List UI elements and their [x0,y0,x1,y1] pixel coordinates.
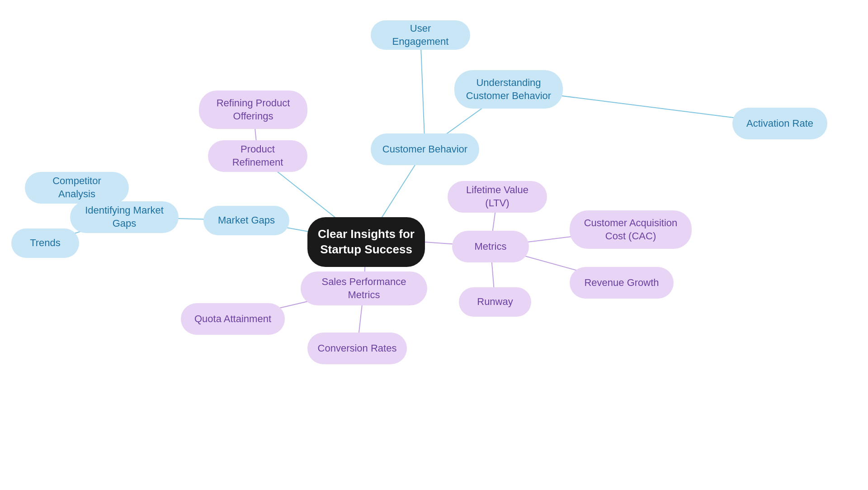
node-competitor-analysis: Competitor Analysis [25,172,129,204]
node-user-engagement: User Engagement [371,20,470,50]
node-market-gaps: Market Gaps [203,206,289,235]
node-quota-attainment: Quota Attainment [181,303,285,335]
node-metrics: Metrics [452,231,529,262]
node-revenue-growth: Revenue Growth [570,267,674,299]
node-refining-product: Refining Product Offerings [199,90,307,129]
node-sales-performance: Sales Performance Metrics [301,271,427,305]
node-identifying-market-gaps: Identifying Market Gaps [70,201,179,233]
node-trends: Trends [11,228,79,258]
node-cac: Customer Acquisition Cost (CAC) [570,210,692,249]
node-product-refinement: Product Refinement [208,140,307,172]
node-center: Clear Insights for Startup Success [307,217,425,267]
node-runway: Runway [459,287,531,317]
node-customer-behavior: Customer Behavior [371,133,479,165]
node-activation-rate: Activation Rate [732,108,827,139]
node-conversion-rates: Conversion Rates [307,333,407,364]
node-understanding-customer: Understanding Customer Behavior [454,70,563,109]
svg-line-4 [420,35,425,149]
node-lifetime-value: Lifetime Value (LTV) [448,181,547,213]
